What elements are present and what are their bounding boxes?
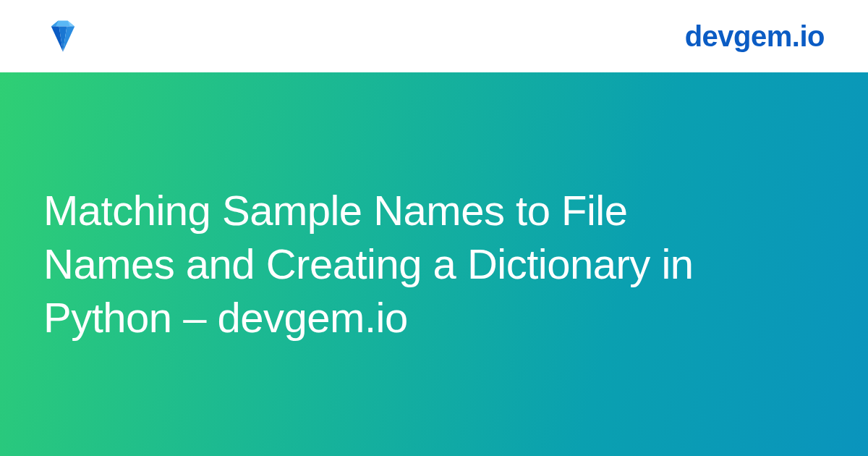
brand-wordmark[interactable]: devgem.io [685, 20, 825, 53]
page-title: Matching Sample Names to File Names and … [43, 184, 752, 345]
diamond-icon [43, 17, 82, 56]
hero-banner: Matching Sample Names to File Names and … [0, 72, 868, 456]
header-bar: devgem.io [0, 0, 868, 72]
